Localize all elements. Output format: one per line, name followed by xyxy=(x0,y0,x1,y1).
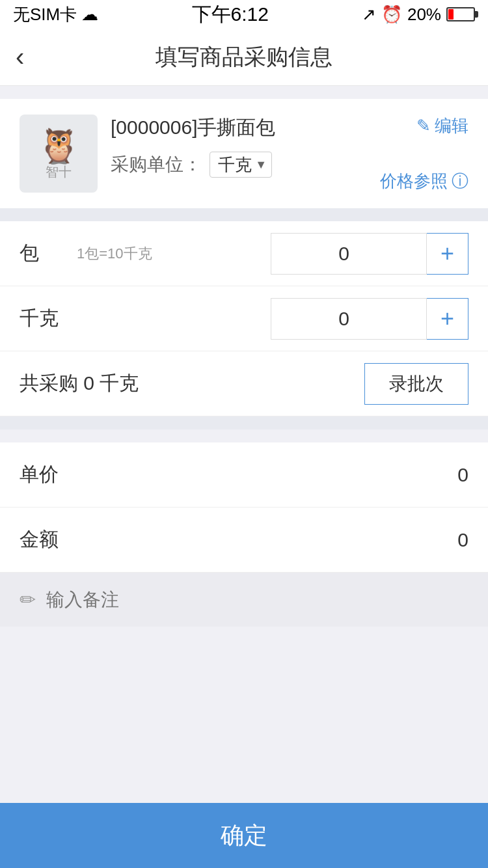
unit-label: 采购单位： xyxy=(111,152,202,177)
amount-value: 0 xyxy=(457,529,468,551)
status-bar: 无SIM卡 ☁ 下午6:12 ↗ ⏰ 20% xyxy=(0,0,488,29)
section-divider-2 xyxy=(0,416,488,429)
kg-quantity-input[interactable] xyxy=(271,298,427,340)
edit-icon: ✎ xyxy=(416,116,431,136)
location-icon: ↗ xyxy=(362,5,376,25)
unit-price-value: 0 xyxy=(457,464,468,486)
summary-row: 共采购 0 千克 录批次 xyxy=(0,351,488,416)
kg-input-right: + xyxy=(271,298,468,340)
status-right: ↗ ⏰ 20% xyxy=(362,5,475,25)
content-background xyxy=(0,627,488,822)
price-ref-label: 价格参照 xyxy=(380,170,448,193)
status-time: 下午6:12 xyxy=(192,1,269,28)
brand-text: 智十 xyxy=(46,165,72,178)
bag-label: 包 xyxy=(20,240,72,267)
product-thumbnail: 🦉 智十 xyxy=(20,115,98,193)
alarm-icon: ⏰ xyxy=(381,5,402,25)
sim-status: 无SIM卡 ☁ xyxy=(13,3,98,26)
page-header: ‹ 填写商品采购信息 xyxy=(0,29,488,86)
bag-sublabel: 1包=10千克 xyxy=(77,244,152,264)
price-section: 单价 0 金额 0 xyxy=(0,442,488,573)
confirm-label: 确定 xyxy=(221,820,267,852)
owl-emoji: 🦉 xyxy=(38,129,80,163)
record-batch-label: 录批次 xyxy=(389,372,444,396)
unit-price-label: 单价 xyxy=(20,461,59,488)
confirm-button[interactable]: 确定 xyxy=(0,803,488,868)
unit-select-wrap[interactable]: 千克 xyxy=(210,152,272,178)
amount-label: 金额 xyxy=(20,526,59,553)
product-info: [0000006]手撕面包 采购单位： 千克 xyxy=(111,115,468,178)
bag-input-row: 包 1包=10千克 + xyxy=(0,221,488,286)
kg-label: 千克 xyxy=(20,305,72,332)
unit-price-row: 单价 0 xyxy=(0,442,488,508)
pencil-icon: ✏ xyxy=(20,588,36,611)
kg-input-row: 千克 + xyxy=(0,286,488,351)
kg-plus-button[interactable]: + xyxy=(427,298,468,340)
edit-label: 编辑 xyxy=(435,115,468,137)
product-card: 🦉 智十 [0000006]手撕面包 采购单位： 千克 ✎ 编辑 价格参照 ⓘ xyxy=(0,99,488,208)
info-icon: ⓘ xyxy=(452,170,468,193)
product-logo: 🦉 智十 xyxy=(38,129,80,178)
bag-quantity-input[interactable] xyxy=(271,233,427,275)
record-batch-button[interactable]: 录批次 xyxy=(364,363,468,405)
section-divider-1 xyxy=(0,208,488,221)
amount-row: 金额 0 xyxy=(0,508,488,573)
page-title: 填写商品采购信息 xyxy=(156,42,332,72)
back-button[interactable]: ‹ xyxy=(16,42,24,72)
notes-section[interactable]: ✏ xyxy=(0,573,488,627)
battery-percent: 20% xyxy=(407,5,441,25)
notes-input[interactable] xyxy=(46,590,468,610)
unit-select[interactable]: 千克 xyxy=(210,152,272,178)
bag-input-right: + xyxy=(271,233,468,275)
summary-text: 共采购 0 千克 xyxy=(20,370,139,397)
price-ref-button[interactable]: 价格参照 ⓘ xyxy=(380,170,468,193)
input-section: 包 1包=10千克 + 千克 + 共采购 0 千克 录批次 xyxy=(0,221,488,416)
product-name: [0000006]手撕面包 xyxy=(111,115,468,141)
bag-plus-button[interactable]: + xyxy=(427,233,468,275)
edit-button[interactable]: ✎ 编辑 xyxy=(416,115,468,137)
battery-icon xyxy=(446,7,475,21)
status-left: 无SIM卡 ☁ xyxy=(13,3,98,26)
